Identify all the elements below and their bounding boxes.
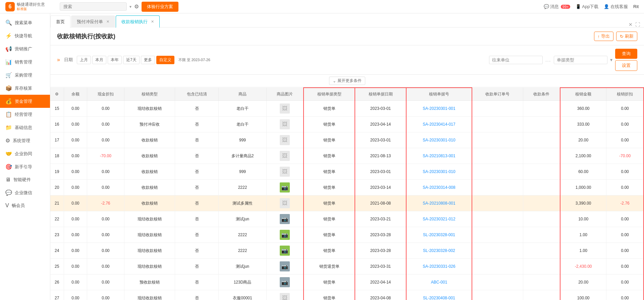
date-btn-more[interactable]: 更多 (141, 56, 155, 64)
sidebar-item-sales[interactable]: 📊 销售管理 (0, 55, 50, 69)
sidebar-label-hardware: 智能硬件 (13, 177, 31, 183)
goods-img-cell: 🖼 (266, 164, 304, 180)
verify-no-cell: SA-20230301-010 (406, 164, 472, 180)
verify-no-link[interactable]: SL-20230328-001 (423, 232, 455, 237)
verify-no-link[interactable]: SA-20230321-012 (423, 217, 455, 221)
tab-actions: ✕ ⛶ (625, 22, 644, 27)
date-btn-this-year[interactable]: 本年 (108, 56, 122, 64)
verify-no-cell: SL-20230408-001 (406, 290, 472, 300)
sidebar-item-guide[interactable]: 🎯 新手引导 (0, 160, 50, 173)
sidebar-item-wechat[interactable]: 💬 企业微信 (0, 186, 50, 199)
sidebar-label-search: 搜索菜单 (15, 20, 32, 26)
expand-icon: ⌄ (333, 79, 336, 83)
balance-cell: 0.00 (64, 132, 87, 148)
verify-voucher-type-cell: 销货退货单 (304, 259, 355, 274)
expand-conditions-button[interactable]: ⌄ 展开更多条件 (329, 77, 365, 85)
sidebar-item-finance[interactable]: 💰 资金管理 (0, 95, 50, 108)
verify-no-link[interactable]: SA-20230301-010 (423, 138, 455, 142)
tab-maximize-icon[interactable]: ⛶ (635, 22, 640, 27)
app-download-btn[interactable]: 📱 App下载 (576, 4, 598, 10)
tab-verify[interactable]: 收款核销执行 ✕ (116, 15, 160, 28)
quicknav-icon: ⚡ (5, 33, 12, 39)
sidebar-item-operations[interactable]: 📋 经营管理 (0, 108, 50, 121)
date-btn-this-month[interactable]: 本月 (92, 56, 106, 64)
verify-no-cell: SA-20230314-008 (406, 180, 472, 196)
verify-no-link[interactable]: SA-20230301-001 (423, 106, 455, 111)
sidebar-item-basic[interactable]: 📁 基础信息 (0, 121, 50, 134)
date-btn-last-month[interactable]: 上月 (77, 56, 91, 64)
date-btn-7days[interactable]: 近7天 (123, 56, 140, 64)
voucher-type-select[interactable] (554, 56, 607, 64)
sidebar-label-finance: 资金管理 (15, 98, 32, 104)
receipt-condition-cell (523, 132, 560, 148)
row-number: 27 (50, 290, 64, 300)
trial-button[interactable]: 体验行业方案 (142, 2, 178, 12)
verify-type-cell: 收款核销 (124, 148, 175, 164)
filter-right-section: ... ▾ 查询 设置 (489, 49, 637, 71)
tab-verify-close-icon[interactable]: ✕ (151, 19, 154, 24)
tab-prepay-close-icon[interactable]: ✕ (106, 19, 109, 24)
sidebar-item-inventory[interactable]: 📦 库存核算 (0, 82, 50, 95)
product-thumbnail: 📷 (280, 246, 290, 256)
date-btn-custom[interactable]: 自定义 (156, 56, 174, 64)
th-no: ⚙ (50, 88, 64, 101)
sidebar-item-search[interactable]: 🔍 搜索菜单 (0, 16, 50, 29)
include-settled-cell: 否 (175, 101, 219, 117)
sidebar-item-hardware[interactable]: 🖥 智能硬件 (0, 173, 50, 186)
settings-icon[interactable]: ⚙ (134, 3, 139, 10)
tab-prepay[interactable]: 预付冲应付单 ✕ (71, 15, 115, 28)
verify-no-link[interactable]: SA-20230301-010 (423, 169, 455, 174)
verify-voucher-type-cell: 销货单 (304, 227, 355, 243)
page-title: 收款核销执行(按收款) (57, 32, 115, 40)
verify-no-link[interactable]: SA-20230314-008 (423, 185, 455, 190)
filter-collapse-icon[interactable]: » (57, 57, 60, 63)
goods-img-cell: 📷 (266, 211, 304, 227)
include-settled-cell: 否 (175, 259, 219, 274)
verify-no-cell: SL-20230328-002 (406, 243, 472, 259)
verify-type-cell: 收款核销 (124, 196, 175, 211)
export-icon: ↑ (598, 34, 600, 39)
operations-icon: 📋 (5, 111, 12, 118)
tab-home[interactable]: 首页 (50, 15, 70, 28)
goods-cell: 多计量商品2 (219, 148, 266, 164)
verify-date-cell: 2023-03-28 (355, 243, 406, 259)
verify-no-link[interactable]: ABC-001 (431, 280, 447, 285)
query-settings-group: 查询 设置 (615, 49, 637, 71)
tab-minimize-icon[interactable]: ✕ (629, 22, 633, 27)
verify-type-cell: 收款核销 (124, 180, 175, 196)
message-btn[interactable]: 💬 消息 99+ (544, 4, 571, 10)
verify-no-link[interactable]: SL-20230408-001 (423, 296, 455, 300)
cash-discount-cell: 0.00 (87, 274, 124, 290)
row-number: 26 (50, 274, 64, 290)
verify-no-link[interactable]: SA-20230331-026 (423, 264, 455, 269)
verify-type-cell: 现结收款核销 (124, 243, 175, 259)
basic-icon: 📁 (5, 124, 12, 131)
include-settled-cell: 否 (175, 148, 219, 164)
sidebar-label-sales: 销售管理 (15, 59, 32, 65)
sidebar-item-marketing[interactable]: 📢 营销推广 (0, 42, 50, 55)
sidebar-item-member[interactable]: V 畅会员 (0, 199, 50, 212)
table-header-row: ⚙ 余额 现金折扣 核销类型 包含已结清 商品 商品图片 核销单据类型 核销单据… (50, 88, 644, 101)
verify-no-link[interactable]: SL-20230328-002 (423, 248, 455, 253)
sidebar-item-purchase[interactable]: 🛒 采购管理 (0, 69, 50, 82)
verify-date-cell: 2022-04-14 (355, 274, 406, 290)
member-icon: V (5, 203, 9, 209)
export-button[interactable]: ↑ 导出 (594, 32, 614, 41)
refresh-button[interactable]: ↻ 刷新 (616, 32, 637, 41)
sidebar-label-wechat: 企业微信 (15, 190, 32, 196)
sidebar-item-system[interactable]: ⚙ 系统管理 (0, 134, 50, 147)
online-service-btn[interactable]: 👤 在线客服 (604, 4, 628, 10)
search-input[interactable] (60, 2, 127, 11)
verify-no-link[interactable]: SA-20210813-001 (423, 154, 455, 158)
verify-no-link[interactable]: SA-20210808-001 (423, 201, 455, 206)
sidebar-item-collaboration[interactable]: 🤝 企业协同 (0, 147, 50, 160)
sidebar-label-collaboration: 企业协同 (15, 151, 32, 157)
counterparty-input[interactable] (489, 56, 543, 64)
verify-no-link[interactable]: SA-20230414-017 (423, 122, 455, 127)
verify-discount-cell: 0.00 (606, 101, 644, 117)
include-settled-cell: 否 (175, 196, 219, 211)
settings-button[interactable]: 设置 (615, 60, 637, 71)
balance-cell: 0.00 (64, 211, 87, 227)
query-button[interactable]: 查询 (615, 49, 637, 59)
sidebar-item-quicknav[interactable]: ⚡ 快捷导航 (0, 29, 50, 42)
